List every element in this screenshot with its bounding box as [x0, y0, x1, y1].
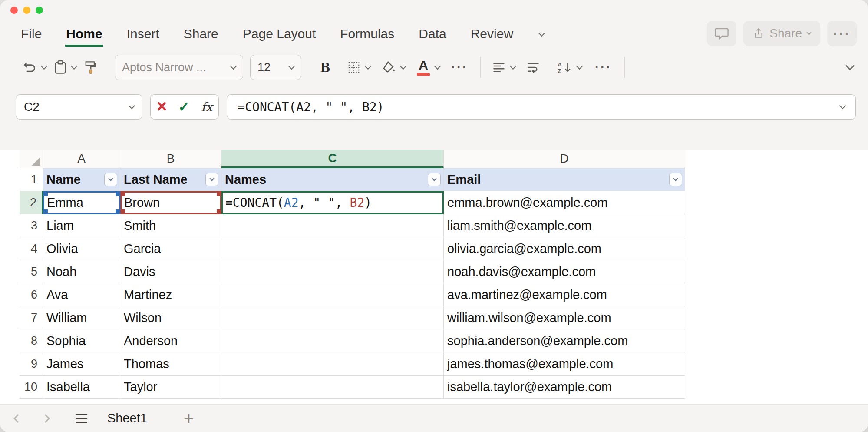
- cell-a5[interactable]: Noah: [43, 260, 120, 283]
- font-color-dropdown-chevron-icon[interactable]: [434, 63, 441, 70]
- cell-d1[interactable]: Email: [444, 168, 685, 191]
- undo-button[interactable]: [22, 61, 46, 74]
- borders-dropdown-chevron-icon[interactable]: [365, 63, 372, 70]
- enter-button[interactable]: ✓: [178, 100, 190, 114]
- cell-b6[interactable]: Martinez: [120, 283, 221, 306]
- row-header-1[interactable]: 1: [20, 168, 43, 191]
- tab-review[interactable]: Review: [470, 22, 514, 47]
- expand-formula-bar-chevron-icon[interactable]: [839, 102, 846, 109]
- name-box-chevron-icon[interactable]: [129, 102, 135, 109]
- tab-file[interactable]: File: [20, 22, 43, 47]
- bold-button[interactable]: B: [320, 60, 330, 76]
- tab-formulas[interactable]: Formulas: [339, 22, 395, 47]
- cell-d8[interactable]: sophia.anderson@example.com: [444, 329, 685, 352]
- undo-dropdown-chevron-icon[interactable]: [41, 63, 48, 70]
- tab-data[interactable]: Data: [418, 22, 447, 47]
- more-toolbar-options-button[interactable]: ···: [595, 60, 612, 75]
- cell-d9[interactable]: james.thomas@example.com: [444, 352, 685, 376]
- cell-d7[interactable]: william.wilson@example.com: [444, 306, 685, 329]
- more-options-button[interactable]: ···: [827, 21, 857, 46]
- cell-a9[interactable]: James: [43, 352, 120, 376]
- sort-dropdown-chevron-icon[interactable]: [576, 63, 583, 70]
- cell-a7[interactable]: William: [43, 306, 120, 329]
- cell-a2[interactable]: Emma: [43, 191, 120, 214]
- collapse-ribbon-chevron-icon[interactable]: [845, 61, 855, 70]
- cell-c7[interactable]: [221, 306, 444, 329]
- select-all-button[interactable]: [20, 150, 43, 168]
- row-header-2[interactable]: 2: [20, 191, 43, 214]
- filter-button[interactable]: [104, 173, 117, 186]
- cell-b8[interactable]: Anderson: [120, 329, 221, 352]
- cell-b4[interactable]: Garcia: [120, 237, 221, 260]
- cell-c6[interactable]: [221, 283, 444, 306]
- next-sheet-button[interactable]: [41, 414, 50, 423]
- cell-b9[interactable]: Thomas: [120, 352, 221, 376]
- cell-b10[interactable]: Taylor: [120, 376, 221, 399]
- paste-dropdown-chevron-icon[interactable]: [71, 63, 78, 70]
- cell-d3[interactable]: liam.smith@example.com: [444, 214, 685, 237]
- cell-b3[interactable]: Smith: [120, 214, 221, 237]
- share-button[interactable]: Share: [743, 21, 820, 46]
- cell-a8[interactable]: Sophia: [43, 329, 120, 352]
- cell-c3[interactable]: [221, 214, 444, 237]
- filter-button[interactable]: [428, 173, 441, 186]
- wrap-text-button[interactable]: [527, 62, 540, 73]
- font-name-select[interactable]: Aptos Narrow ...: [115, 55, 243, 80]
- cell-d4[interactable]: olivia.garcia@example.com: [444, 237, 685, 260]
- cell-d6[interactable]: ava.martinez@example.com: [444, 283, 685, 306]
- cell-b7[interactable]: Wilson: [120, 306, 221, 329]
- cell-b1[interactable]: Last Name: [120, 168, 221, 191]
- fill-color-dropdown-chevron-icon[interactable]: [400, 63, 407, 70]
- sort-filter-button[interactable]: A Z: [557, 61, 582, 74]
- row-header-3[interactable]: 3: [20, 214, 43, 237]
- name-box[interactable]: C2: [16, 94, 142, 120]
- cell-c8[interactable]: [221, 329, 444, 352]
- column-header-d[interactable]: D: [444, 150, 685, 168]
- filter-button[interactable]: [205, 173, 218, 186]
- cell-c1[interactable]: Names: [221, 168, 444, 191]
- row-header-7[interactable]: 7: [20, 306, 43, 329]
- formula-input[interactable]: =CONCAT(A2, " ", B2): [227, 94, 856, 120]
- cell-c5[interactable]: [221, 260, 444, 283]
- column-header-b[interactable]: B: [120, 150, 221, 168]
- cell-a10[interactable]: Isabella: [43, 376, 120, 399]
- align-dropdown-chevron-icon[interactable]: [510, 63, 517, 70]
- previous-sheet-button[interactable]: [13, 414, 22, 423]
- more-tabs-chevron-icon[interactable]: [538, 30, 545, 37]
- font-size-select[interactable]: 12: [250, 55, 301, 80]
- tab-page-layout[interactable]: Page Layout: [242, 22, 317, 47]
- column-header-a[interactable]: A: [43, 150, 120, 168]
- tab-share[interactable]: Share: [183, 22, 219, 47]
- cell-d2[interactable]: emma.brown@example.com: [444, 191, 685, 214]
- paste-button[interactable]: [54, 60, 76, 74]
- format-painter-button[interactable]: [84, 61, 96, 74]
- align-button[interactable]: [492, 62, 515, 73]
- row-header-4[interactable]: 4: [20, 237, 43, 260]
- cell-c9[interactable]: [221, 352, 444, 376]
- row-header-10[interactable]: 10: [20, 376, 43, 399]
- row-header-6[interactable]: 6: [20, 283, 43, 306]
- cell-b2[interactable]: Brown: [120, 191, 221, 214]
- row-header-9[interactable]: 9: [20, 352, 43, 376]
- cell-d10[interactable]: isabella.taylor@example.com: [444, 376, 685, 399]
- tab-home[interactable]: Home: [65, 22, 103, 47]
- row-header-8[interactable]: 8: [20, 329, 43, 352]
- filter-button[interactable]: [669, 173, 682, 186]
- close-button[interactable]: [10, 7, 18, 14]
- zoom-button[interactable]: [36, 7, 43, 14]
- cell-c4[interactable]: [221, 237, 444, 260]
- row-header-5[interactable]: 5: [20, 260, 43, 283]
- cell-d5[interactable]: noah.davis@example.com: [444, 260, 685, 283]
- cell-a1[interactable]: Name: [43, 168, 120, 191]
- cell-a6[interactable]: Ava: [43, 283, 120, 306]
- sheet-tab-sheet1[interactable]: Sheet1: [107, 411, 147, 425]
- cell-c2-active-formula[interactable]: =CONCAT(A2, " ", B2): [221, 191, 444, 214]
- insert-function-button[interactable]: fx: [201, 100, 212, 114]
- cell-b5[interactable]: Davis: [120, 260, 221, 283]
- more-font-options-button[interactable]: ···: [451, 60, 468, 75]
- add-sheet-button[interactable]: +: [184, 410, 194, 427]
- comments-button[interactable]: [707, 21, 736, 46]
- cancel-button[interactable]: ×: [157, 97, 167, 115]
- column-header-c[interactable]: C: [221, 150, 444, 168]
- borders-button[interactable]: [347, 61, 370, 74]
